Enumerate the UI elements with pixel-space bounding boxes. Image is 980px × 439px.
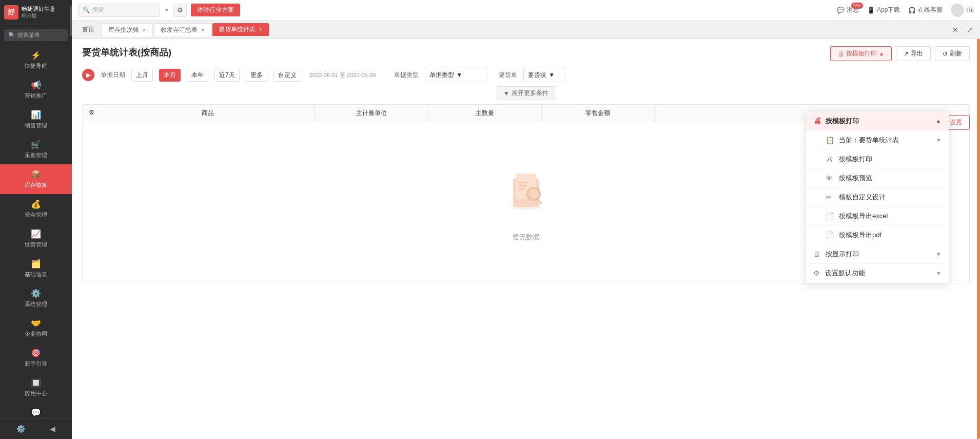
sidebar-item-label: 应用中心	[25, 390, 47, 397]
tab-order-summary[interactable]: 要货单统计表 ✕	[212, 23, 269, 36]
tab-close-all-btn[interactable]: ✕	[949, 24, 962, 36]
sidebar-item-wxwork[interactable]: 💬 企业微信	[0, 403, 72, 418]
sidebar-item-appstore[interactable]: 🔲 应用中心	[0, 373, 72, 403]
sidebar-item-finance[interactable]: 💰 资金管理	[0, 194, 72, 224]
display-print-left: 🖥 按显示打印	[813, 250, 859, 259]
online-service-btn[interactable]: 🎧 在线客服	[908, 6, 943, 14]
sidebar-item-system[interactable]: ⚙️ 系统管理	[0, 283, 72, 313]
more-arrow-btn[interactable]: ▶	[82, 69, 94, 81]
top-search-box[interactable]: 🔍 搜索	[78, 4, 160, 17]
date-btn-this-year[interactable]: 本年	[187, 69, 208, 82]
tab-home-label: 首页	[82, 25, 94, 34]
expand-label: 展开更多条件	[512, 89, 548, 98]
tab-close-icon[interactable]: ✕	[142, 27, 146, 33]
dropdown-template-pdf[interactable]: 📄 按模板导出pdf	[806, 226, 949, 245]
sidebar-item-inventory[interactable]: 📦 库存核算	[0, 164, 72, 194]
type-select[interactable]: 单据类型 ▼	[425, 68, 486, 82]
sidebar-item-marketing[interactable]: 📢 营销推广	[0, 75, 72, 105]
sidebar-item-purchase[interactable]: 🛒 采购管理	[0, 135, 72, 164]
template-preview-icon: 👁	[826, 174, 834, 182]
dropdown-current[interactable]: 📋 当前：要货单统计表 ▼	[806, 131, 949, 150]
date-btn-7days[interactable]: 近7天	[214, 69, 240, 82]
app-name: 畅捷通好生意	[22, 5, 55, 12]
expand-row: ▼ 展开更多条件	[82, 86, 970, 100]
user-avatar[interactable]: Rit	[951, 4, 974, 17]
th-unit: 主计量单位	[315, 105, 428, 122]
chevron-down-icon: ▼	[456, 71, 462, 79]
refresh-icon: ↺	[943, 50, 948, 58]
page-area: 要货单统计表(按商品) 🖨 按模板打印 ▲ ↗ 导出 ↺ 刷新	[72, 39, 980, 439]
app-logo: 好 畅捷通好生意 标准版	[0, 0, 72, 25]
dropdown-collapse-icon[interactable]: ▲	[935, 118, 942, 125]
export-label: 导出	[911, 49, 923, 58]
search-icon: 🔍	[83, 7, 90, 13]
wxwork-icon: 💬	[31, 408, 41, 417]
tab-close-icon[interactable]: ✕	[201, 27, 205, 33]
gear-button[interactable]: ⚙	[173, 4, 187, 17]
sidebar-item-label: 基础信息	[25, 271, 47, 278]
enterprise-icon: 🤝	[31, 318, 41, 328]
app-download-btn[interactable]: 📱 App下载	[867, 6, 900, 14]
sidebar: 好 畅捷通好生意 标准版 🔍 搜索菜单 ⚡ 快捷导航 📢 营销推广 📊 销售管理	[0, 0, 72, 439]
set-default-icon: ⚙	[813, 269, 820, 277]
sidebar-item-label: 资金管理	[25, 211, 47, 219]
search-label: 搜索菜单	[17, 31, 40, 39]
current-icon: 📋	[826, 136, 834, 144]
sidebar-item-label: 采购管理	[25, 151, 47, 159]
sidebar-item-basic[interactable]: 🗂️ 基础信息	[0, 254, 72, 283]
expand-more-btn[interactable]: ▼ 展开更多条件	[497, 86, 555, 100]
resize-handle[interactable]	[977, 39, 980, 439]
app-version: 标准版	[22, 12, 55, 20]
set-default-label: 设置默认功能	[825, 269, 865, 278]
date-btn-this-month[interactable]: 本月	[159, 69, 181, 82]
print-template-btn[interactable]: 🖨 按模板打印 ▲	[830, 46, 892, 61]
date-btn-more[interactable]: 更多	[246, 69, 267, 82]
export-icon: ↗	[904, 50, 909, 58]
settings-bottom-btn[interactable]: ⚙️	[14, 423, 27, 435]
dropdown-template-design[interactable]: ✏ 模板自定义设计	[806, 188, 949, 207]
search-dropdown-arrow[interactable]: ▼	[164, 7, 169, 13]
sidebar-search[interactable]: 🔍 搜索菜单	[4, 29, 68, 41]
yh-select[interactable]: 要货状 ▼	[523, 68, 564, 82]
dropdown-template-preview[interactable]: 👁 按模板预览	[806, 169, 949, 188]
sidebar-item-label: 系统管理	[25, 300, 47, 308]
tab-home[interactable]: 首页	[76, 23, 101, 36]
th-settings[interactable]: ⚙	[83, 105, 101, 122]
dropdown-item-label: 模板自定义设计	[839, 193, 886, 202]
date-btn-last-month[interactable]: 上月	[131, 69, 153, 82]
sidebar-bottom: ⚙️ ◀	[0, 418, 72, 439]
purchase-icon: 🛒	[31, 140, 41, 149]
main-content: 🔍 搜索 ▼ ⚙ 体验行业方案 💬 消息 99+ 📱 App下载 🎧	[72, 0, 980, 439]
svg-point-4	[528, 189, 539, 199]
message-btn[interactable]: 💬 消息 99+	[837, 6, 859, 14]
top-bar: 🔍 搜索 ▼ ⚙ 体验行业方案 💬 消息 99+ 📱 App下载 🎧	[72, 0, 980, 21]
operation-icon: 📈	[31, 229, 41, 239]
tab-expand-btn[interactable]: ⤢	[964, 24, 976, 36]
dropdown-set-default[interactable]: ⚙ 设置默认功能 ▼	[806, 264, 949, 283]
filter-row-1: ▶ 单据日期 上月 本月 本年 近7天 更多 自定义 2023-06-01 至 …	[82, 68, 970, 82]
collapse-btn[interactable]: ◀	[48, 423, 57, 435]
date-btn-custom[interactable]: 自定义	[273, 69, 301, 82]
refresh-btn[interactable]: ↺ 刷新	[935, 46, 970, 61]
dropdown-template-print[interactable]: 🖨 按模板打印	[806, 150, 949, 169]
print-dropdown-menu: 🖨 按模板打印 ▲ 📋 当前：要货单统计表 ▼ 🖨 按模板打印 👁 按模	[806, 111, 949, 283]
online-service-label: 在线客服	[918, 6, 943, 14]
system-icon: ⚙️	[31, 289, 41, 298]
sidebar-item-sales[interactable]: 📊 销售管理	[0, 105, 72, 135]
tab-receivable-summary[interactable]: 收发存汇总表 ✕	[154, 23, 211, 36]
sidebar-item-guide[interactable]: 🎯 新手引导	[0, 343, 72, 373]
guide-icon: 🎯	[31, 348, 41, 358]
dropdown-header[interactable]: 🖨 按模板打印 ▲	[806, 111, 949, 131]
user-name: Rit	[966, 7, 974, 14]
dropdown-template-excel[interactable]: 📄 按模板导出excel	[806, 207, 949, 226]
dropdown-display-print[interactable]: 🖥 按显示打印 ▼	[806, 245, 949, 264]
sidebar-item-operation[interactable]: 📈 经营管理	[0, 224, 72, 254]
trial-button[interactable]: 体验行业方案	[191, 4, 240, 16]
sidebar-item-quick-nav[interactable]: ⚡ 快捷导航	[0, 45, 72, 75]
sidebar-item-enterprise[interactable]: 🤝 企业协同	[0, 313, 72, 343]
export-btn[interactable]: ↗ 导出	[896, 46, 931, 61]
tab-close-active-icon[interactable]: ✕	[259, 27, 263, 32]
sidebar-item-label: 新手引导	[25, 360, 47, 368]
tab-batch-account[interactable]: 库存批次账 ✕	[102, 23, 153, 36]
display-print-icon: 🖥	[813, 250, 820, 258]
